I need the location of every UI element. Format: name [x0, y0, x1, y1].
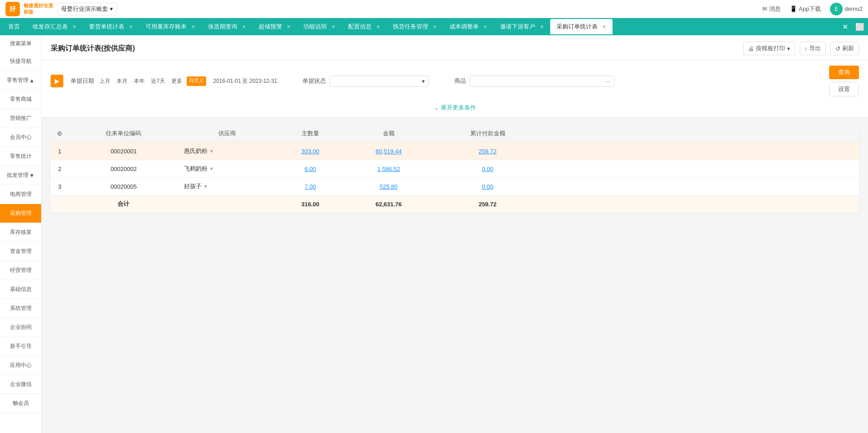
close-tab-receive-summary[interactable]: ✕ — [72, 24, 76, 30]
app-download-button[interactable]: 📱 App下载 — [790, 5, 821, 13]
close-tab-config-info[interactable]: ✕ — [376, 24, 380, 30]
sidebar-item-system-mgmt[interactable]: 系统管理 — [0, 299, 41, 318]
nav-tabs: 首页 收发存汇总表 ✕ 要货单统计表 ✕ 可用量库存账本 ✕ 保质期查询 ✕ 超… — [0, 18, 868, 35]
shortcut-this-year[interactable]: 本年 — [132, 76, 146, 86]
row-supplier: 惠氏奶粉 ▼ — [179, 143, 276, 160]
close-tab-shelf-life[interactable]: ✕ — [242, 24, 246, 30]
custom-date-tag[interactable]: 自定义 — [187, 76, 206, 86]
shortcut-more[interactable]: 更多 — [170, 76, 184, 86]
table-row: 1 00020001 惠氏奶粉 ▼ 303.00 60,519.44 259.7… — [51, 143, 859, 160]
query-button[interactable]: 查询 — [829, 66, 859, 79]
sidebar-item-ops-mgmt[interactable]: 经营管理 — [0, 261, 41, 280]
row-paid[interactable]: 259.72 — [433, 143, 542, 160]
row-supplier: 飞鹤奶粉 ▼ — [179, 160, 276, 178]
row-amount[interactable]: 1,586.52 — [344, 160, 433, 178]
sidebar-item-quick-nav[interactable]: 快捷导航 — [0, 52, 41, 71]
message-button[interactable]: ✉ 消息 — [762, 5, 781, 13]
row-paid[interactable]: 0.00 — [433, 178, 542, 195]
page-header: 采购订单统计表(按供应商) 🖨 按模板打印 ▾ ↑ 导出 ↺ 刷新 — [42, 35, 868, 60]
tab-available-stock[interactable]: 可用量库存账本 ✕ — [139, 19, 202, 34]
th-quantity: 主数量 — [276, 125, 344, 143]
table-footer-row: 合计 316.00 62,631.76 259.72 — [51, 195, 859, 213]
close-tab-available-stock[interactable]: ✕ — [191, 24, 195, 30]
close-tab-task-mgmt[interactable]: ✕ — [433, 24, 437, 30]
main-layout: 搜索菜单 快捷导航 零售管理 ▲ 零售商城 营销推广 会员中心 零售统计 批发管… — [0, 35, 868, 433]
shortcut-7days[interactable]: 近7天 — [149, 76, 167, 86]
sidebar-item-app-center[interactable]: 应用中心 — [0, 356, 41, 375]
table-row: 3 00020005 好孩子 ▼ 7.00 525.80 0.00 — [51, 178, 859, 195]
page-actions: 🖨 按模板打印 ▾ ↑ 导出 ↺ 刷新 — [743, 42, 859, 55]
close-all-tabs-icon[interactable]: ✕ — [840, 21, 850, 33]
close-tab-overstock-warning[interactable]: ✕ — [287, 24, 291, 30]
sidebar-item-retail-shop[interactable]: 零售商城 — [0, 90, 41, 109]
th-supplier: 供应商 — [179, 125, 276, 143]
sidebar-item-ecommerce-mgmt[interactable]: 电商管理 — [0, 185, 41, 204]
th-settings[interactable]: ⚙ — [51, 125, 69, 143]
tab-cost-adjust[interactable]: 成本调整单 ✕ — [443, 19, 494, 34]
sidebar-item-enterprise-wechat[interactable]: 企业微信 — [0, 375, 41, 394]
shortcut-this-month[interactable]: 本月 — [115, 76, 129, 86]
template-print-button[interactable]: 🖨 按模板打印 ▾ — [743, 42, 795, 55]
sidebar-item-enterprise-collab[interactable]: 企业协同 — [0, 318, 41, 337]
sidebar-item-retail-mgmt[interactable]: 零售管理 ▲ — [0, 71, 41, 90]
tab-invite-downstream[interactable]: 邀请下游客户 ✕ — [494, 19, 550, 34]
logo-area: 好 畅捷通好生意 标版 母婴行业演示账套 ▾ — [5, 2, 117, 16]
sidebar-item-basic-info[interactable]: 基础信息 — [0, 280, 41, 299]
sidebar-item-purchase-mgmt[interactable]: 采购管理 — [0, 204, 41, 223]
avatar: E — [830, 3, 843, 15]
settings-button[interactable]: 设置 — [829, 82, 859, 96]
expand-more-button[interactable]: ⌄ 展开更多条件 — [434, 100, 476, 112]
export-button[interactable]: ↑ 导出 — [800, 42, 826, 55]
footer-quantity: 316.00 — [276, 195, 344, 213]
row-quantity[interactable]: 7.00 — [276, 178, 344, 195]
sidebar-item-fund-mgmt[interactable]: 资金管理 — [0, 242, 41, 261]
row-amount[interactable]: 525.80 — [344, 178, 433, 195]
row-paid[interactable]: 0.00 — [433, 160, 542, 178]
maximize-icon[interactable]: ⬜ — [854, 21, 866, 33]
row-extra — [542, 178, 859, 195]
shortcut-last-month[interactable]: 上月 — [98, 76, 112, 86]
close-tab-order-summary[interactable]: ✕ — [129, 24, 133, 30]
tab-receive-summary[interactable]: 收发存汇总表 ✕ — [26, 19, 83, 34]
goods-filter-input[interactable]: ··· — [470, 76, 614, 87]
close-tab-invite-downstream[interactable]: ✕ — [540, 24, 544, 30]
close-tab-cost-adjust[interactable]: ✕ — [483, 24, 487, 30]
table-body: 1 00020001 惠氏奶粉 ▼ 303.00 60,519.44 259.7… — [51, 143, 859, 195]
chevron-down-icon: ▾ — [110, 5, 113, 12]
th-unit-code: 往来单位编码 — [69, 125, 179, 143]
tab-purchase-summary[interactable]: 采购订单统计表 ✕ — [550, 19, 613, 34]
filter-collapse-button[interactable]: ▶ — [51, 75, 63, 87]
close-tab-purchase-summary[interactable]: ✕ — [602, 24, 606, 30]
row-quantity[interactable]: 303.00 — [276, 143, 344, 160]
close-tab-function-desc[interactable]: ✕ — [331, 24, 335, 30]
sidebar-item-member-center[interactable]: 会员中心 — [0, 128, 41, 147]
sidebar-item-new-guide[interactable]: 新手引导 — [0, 337, 41, 356]
tab-task-mgmt[interactable]: 拣货任务管理 ✕ — [387, 19, 443, 34]
tab-shelf-life[interactable]: 保质期查询 ✕ — [202, 19, 252, 34]
ellipsis-icon[interactable]: ··· — [605, 78, 610, 85]
tab-home[interactable]: 首页 — [2, 19, 26, 34]
date-range-value: 2016-01-01 至 2023-12-31 — [213, 77, 277, 85]
tab-order-summary[interactable]: 要货单统计表 ✕ — [83, 19, 139, 34]
filter-area: ▶ 单据日期 上月 本月 本年 近7天 更多 自定义 2016-01-01 至 … — [42, 60, 868, 118]
status-filter-select[interactable]: ▾ — [330, 76, 429, 87]
sidebar-item-retail-stats[interactable]: 零售统计 — [0, 147, 41, 166]
date-filter-group: 单据日期 上月 本月 本年 近7天 更多 自定义 — [71, 76, 206, 86]
row-amount[interactable]: 60,519.44 — [344, 143, 433, 160]
sidebar-item-search[interactable]: 搜索菜单 — [0, 35, 41, 52]
refresh-button[interactable]: ↺ 刷新 — [830, 42, 859, 55]
sidebar-item-marketing[interactable]: 营销推广 — [0, 109, 41, 128]
sidebar-item-member-service[interactable]: 畅会员 — [0, 394, 41, 413]
main-content: 采购订单统计表(按供应商) 🖨 按模板打印 ▾ ↑ 导出 ↺ 刷新 — [42, 35, 868, 433]
workspace-selector[interactable]: 母婴行业演示账套 ▾ — [57, 3, 117, 15]
table-area: ⚙ 往来单位编码 供应商 主数量 金额 累计付款金额 1 00020001 惠氏… — [42, 118, 868, 220]
sidebar-item-inventory-check[interactable]: 库存核算 — [0, 223, 41, 242]
printer-icon: 🖨 — [748, 45, 754, 52]
row-extra — [542, 160, 859, 178]
user-menu[interactable]: E demo2 — [830, 3, 863, 15]
tab-config-info[interactable]: 配置信息 ✕ — [342, 19, 387, 34]
row-quantity[interactable]: 6.00 — [276, 160, 344, 178]
tab-overstock-warning[interactable]: 超储预警 ✕ — [252, 19, 297, 34]
sidebar-item-wholesale-mgmt[interactable]: 批发管理 ▼ — [0, 166, 41, 185]
tab-function-desc[interactable]: 功能说明 ✕ — [297, 19, 342, 34]
